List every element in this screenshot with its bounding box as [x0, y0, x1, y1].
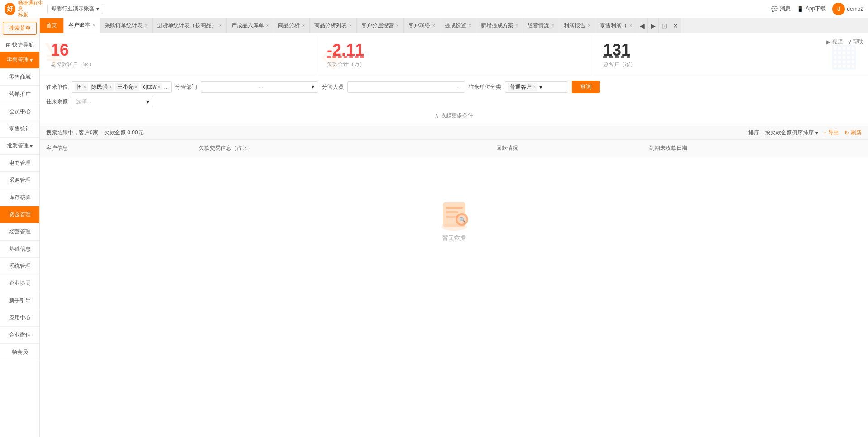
filter-tag-wu[interactable]: 伍 ×: [75, 83, 88, 91]
tab-goods-analysis[interactable]: 商品分析 ×: [273, 18, 310, 33]
sidebar-item-member-center[interactable]: 会员中心: [0, 103, 39, 120]
sidebar-item-ecommerce[interactable]: 电商管理: [0, 155, 39, 172]
sidebar-item-new-guide[interactable]: 新手引导: [0, 292, 39, 309]
tab-tips-setting[interactable]: 提成设置 ×: [440, 18, 476, 33]
tab-retail-profit[interactable]: 零售利润（ ×: [595, 18, 637, 33]
sidebar-item-vip-member[interactable]: 畅会员: [0, 344, 39, 361]
sidebar-item-base-info[interactable]: 基础信息: [0, 241, 39, 258]
tab-more-btn[interactable]: ⊡: [659, 18, 670, 33]
sidebar-item-app-center[interactable]: 应用中心: [0, 309, 39, 327]
filter-row-1: 往来单位 伍 × 陈民强 × 王小亮 ×: [46, 81, 862, 93]
tab-close-stock-stat[interactable]: ×: [219, 23, 222, 28]
sidebar-item-marketing[interactable]: 营销推广: [0, 86, 39, 103]
svg-text:🔍: 🔍: [459, 216, 466, 223]
unit-class-tag-group[interactable]: 普通客户 × ▾: [505, 81, 568, 93]
tab-close-tips-setting[interactable]: ×: [469, 23, 471, 28]
tab-new-tips-plan[interactable]: 新增提成方案 ×: [476, 18, 523, 33]
filter-tag-cjttcw[interactable]: cjttcw ×: [141, 83, 163, 90]
export-btn[interactable]: ↑ 导出: [824, 129, 839, 137]
tab-scroll-right-btn[interactable]: ▶: [648, 18, 659, 33]
stat-number-debt: -2.11: [327, 41, 581, 60]
remove-tag-wu[interactable]: ×: [83, 85, 86, 90]
tab-home[interactable]: 首页: [40, 18, 64, 33]
tab-stock-stat[interactable]: 进货单统计表（按商品） ×: [153, 18, 227, 33]
empty-text: 暂无数据: [442, 234, 466, 242]
sidebar-item-sys-mgmt[interactable]: 系统管理: [0, 258, 39, 275]
tab-goods-analysis-list[interactable]: 商品分析列表 ×: [310, 18, 357, 33]
remove-tag-normal-customer[interactable]: ×: [533, 85, 536, 90]
sidebar-item-finance-mgmt[interactable]: 资金管理: [0, 206, 39, 223]
empty-icon: 🔍: [434, 193, 475, 234]
balance-select[interactable]: 选择... ▾: [72, 96, 153, 107]
tab-close-goods-analysis[interactable]: ×: [302, 23, 305, 28]
quick-nav-btn[interactable]: ⊞ 快捷导航: [0, 38, 39, 52]
tab-accounts[interactable]: 客户账本 ×: [64, 18, 100, 33]
tab-customer-layer[interactable]: 客户分层经营 ×: [357, 18, 404, 33]
filter-tag-normal-customer[interactable]: 普通客户 ×: [508, 83, 537, 91]
tab-close-all-btn[interactable]: ✕: [670, 18, 681, 33]
content-area: 首页 客户账本 × 采购订单统计表 × 进货单统计表（按商品） × 产成品入库单…: [40, 18, 868, 437]
dept-select[interactable]: ··· ▾: [201, 81, 318, 93]
stat-links: ▶ 视频 ? 帮助: [826, 38, 863, 46]
query-btn[interactable]: 查询: [572, 81, 600, 93]
sidebar-item-retail-mgmt[interactable]: 零售管理 ▾: [0, 52, 39, 69]
message-btn[interactable]: 💬 消息: [771, 5, 791, 13]
remove-tag-chen[interactable]: ×: [109, 85, 112, 90]
tab-production[interactable]: 产成品入库单 ×: [227, 18, 274, 33]
filter-more-tags[interactable]: ...: [164, 84, 168, 90]
stat-card-total-clients: ▦ ▶ 视频 ? 帮助 131 总客户（家）: [592, 33, 868, 76]
sidebar-item-inventory[interactable]: 库存核算: [0, 189, 39, 206]
tab-close-new-tips-plan[interactable]: ×: [516, 23, 518, 28]
person-select[interactable]: ···: [347, 81, 465, 93]
filter-collapse-btn[interactable]: ∧ 收起更多条件: [46, 110, 862, 121]
sidebar-item-purchase-mgmt[interactable]: 采购管理: [0, 172, 39, 189]
tab-close-profit-report[interactable]: ×: [588, 23, 590, 28]
tab-profit-report[interactable]: 利润报告 ×: [559, 18, 595, 33]
sidebar-item-operation-mgmt[interactable]: 经营管理: [0, 223, 39, 241]
stat-bg-icon-2: ◈: [321, 36, 346, 73]
sidebar-item-retail-shop[interactable]: 零售商城: [0, 69, 39, 86]
play-icon: ▶: [826, 39, 830, 45]
sort-select[interactable]: 排序：按欠款金额倒序排序 ▾: [748, 129, 818, 137]
tab-close-retail-profit[interactable]: ×: [629, 23, 632, 28]
logo-area: 好 畅捷通好生意 标版: [5, 0, 44, 18]
remove-tag-wang[interactable]: ×: [135, 85, 138, 90]
tab-close-accounts[interactable]: ×: [92, 23, 95, 28]
tab-close-customer-contact[interactable]: ×: [432, 23, 435, 28]
tab-business-status[interactable]: 经营情况 ×: [523, 18, 559, 33]
help-link[interactable]: ? 帮助: [848, 38, 863, 46]
app-download-btn[interactable]: 📱 App下载: [797, 5, 826, 13]
org-selector[interactable]: 母婴行业演示账套 ▾: [47, 4, 103, 14]
sidebar-item-enterprise-coop[interactable]: 企业协同: [0, 275, 39, 292]
remove-tag-cjttcw[interactable]: ×: [158, 85, 161, 90]
user-area[interactable]: d demo2: [832, 3, 863, 15]
filter-tag-chen[interactable]: 陈民强 ×: [90, 83, 114, 91]
tab-close-purchase-orders[interactable]: ×: [145, 23, 148, 28]
sidebar-item-wholesale-mgmt[interactable]: 批发管理 ▾: [0, 138, 39, 155]
refresh-btn[interactable]: ↻ 刷新: [844, 129, 862, 137]
chevron-icon: ▾: [30, 57, 33, 63]
filter-area: 往来单位 伍 × 陈民强 × 王小亮 ×: [40, 76, 868, 126]
svg-rect-3: [446, 211, 458, 213]
tab-purchase-orders[interactable]: 采购订单统计表 ×: [100, 18, 153, 33]
unit-tag-group[interactable]: 伍 × 陈民强 × 王小亮 × cjttcw ×: [72, 81, 172, 93]
tab-close-production[interactable]: ×: [266, 23, 269, 28]
tab-customer-contact[interactable]: 客户联络 ×: [404, 18, 440, 33]
balance-filter-label: 往来余额: [46, 98, 68, 105]
search-menu-btn[interactable]: 搜索菜单: [3, 22, 37, 35]
stat-label-debt: 欠款合计（万）: [327, 61, 581, 68]
sidebar-item-retail-stat[interactable]: 零售统计: [0, 120, 39, 138]
video-link[interactable]: ▶ 视频: [826, 38, 843, 46]
tab-close-goods-analysis-list[interactable]: ×: [349, 23, 352, 28]
filter-tag-wang[interactable]: 王小亮 ×: [115, 83, 139, 91]
tab-scroll-left-btn[interactable]: ◀: [637, 18, 648, 33]
dept-filter-label: 分管部门: [175, 83, 197, 91]
stat-label-clients: 总客户（家）: [603, 61, 857, 68]
unit-class-label: 往来单位分类: [469, 83, 501, 91]
filter-row-2: 往来余额 选择... ▾: [46, 96, 862, 107]
tab-close-business-status[interactable]: ×: [551, 23, 554, 28]
tab-close-customer-layer[interactable]: ×: [396, 23, 399, 28]
message-icon: 💬: [771, 6, 778, 12]
sidebar-item-enterprise-wechat[interactable]: 企业微信: [0, 327, 39, 344]
stat-number-customers: 16: [51, 41, 305, 60]
